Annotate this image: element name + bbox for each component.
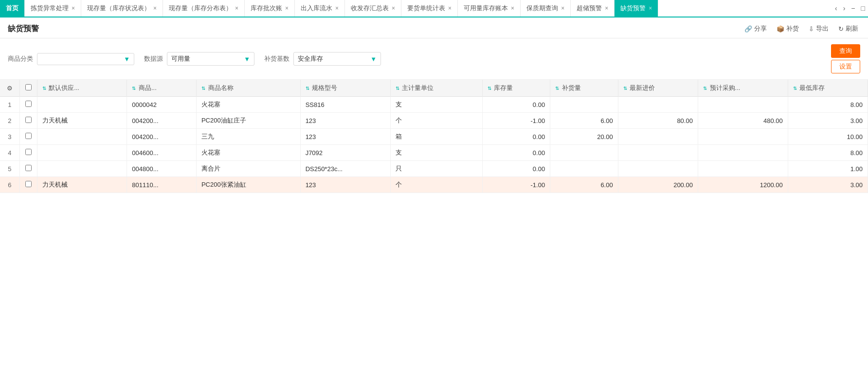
row-name: 离合片 [196, 161, 300, 177]
gear-icon[interactable]: ⚙ [7, 85, 13, 92]
row-name: 火花塞 [196, 97, 300, 113]
table-row[interactable]: 5 004800... 离合片 DS250*23c... 只 0.00 1.00 [0, 161, 868, 177]
row-num: 5 [0, 161, 19, 177]
row-checkbox-cell[interactable] [19, 177, 37, 193]
category-filter-group: 商品分类 ▼ [8, 53, 134, 65]
query-button[interactable]: 查询 [831, 44, 860, 58]
table-row[interactable]: 2 力天机械 004200... PC200油缸庄子 123 个 -1.00 6… [0, 113, 868, 129]
col-unit[interactable]: ⇅ 主计量单位 [390, 80, 482, 97]
export-icon: ⇩ [809, 25, 814, 33]
restock-button[interactable]: 📦 补货 [775, 23, 801, 34]
restockbase-value: 安全库存 [298, 54, 323, 63]
table-row[interactable]: 6 力天机械 801110... PC200张紧油缸 123 个 -1.00 6… [0, 177, 868, 193]
row-checkbox-cell[interactable] [19, 97, 37, 113]
row-checkbox[interactable] [25, 117, 32, 123]
row-code: 801110... [127, 177, 197, 193]
row-unit: 支 [390, 145, 482, 161]
row-checkbox-cell[interactable] [19, 129, 37, 145]
row-unit: 只 [390, 161, 482, 177]
row-checkbox[interactable] [25, 165, 32, 171]
tab-expiry[interactable]: 保质期查询 × [521, 0, 571, 17]
row-num: 1 [0, 97, 19, 113]
settings-button[interactable]: 设置 [831, 60, 860, 73]
tab-overstock-label: 超储预警 [577, 4, 602, 13]
col-min-stock[interactable]: ⇅ 最低库存 [788, 80, 868, 97]
tab-expiry-close[interactable]: × [561, 5, 564, 12]
row-restock: 6.00 [550, 113, 618, 129]
select-all-checkbox[interactable] [25, 84, 32, 90]
tab-avail-ledger[interactable]: 可用量库存账本 × [458, 0, 521, 17]
row-latest-price [618, 161, 698, 177]
row-checkbox[interactable] [25, 149, 32, 155]
restockbase-select[interactable]: 安全库存 ▼ [293, 52, 381, 66]
tab-order-stat[interactable]: 要货单统计表 × [401, 0, 458, 17]
table-row[interactable]: 3 004200... 三九 123 箱 0.00 20.00 10.00 [0, 129, 868, 145]
datasource-select[interactable]: 可用量 ▼ [167, 52, 254, 66]
category-arrow-icon: ▼ [124, 55, 130, 63]
tab-refine[interactable]: 拣货异常处理 × [25, 0, 81, 17]
tab-overstock[interactable]: 超储预警 × [571, 0, 615, 17]
col-supplier[interactable]: ⇅ 默认供应... [37, 80, 127, 97]
col-spec[interactable]: ⇅ 规格型号 [300, 80, 390, 97]
tab-avail-ledger-close[interactable]: × [511, 5, 514, 12]
tab-batch[interactable]: 库存批次账 × [245, 0, 295, 17]
share-button[interactable]: 🔗 分享 [742, 23, 769, 34]
tab-shortage-close[interactable]: × [649, 5, 652, 12]
row-min-stock: 10.00 [788, 129, 868, 145]
tab-batch-close[interactable]: × [285, 5, 289, 12]
restockbase-arrow-icon: ▼ [370, 55, 377, 63]
tab-shortage[interactable]: 缺货预警 × [615, 0, 658, 17]
col-gear[interactable]: ⚙ [0, 80, 19, 97]
refresh-button[interactable]: ↻ 刷新 [836, 23, 860, 34]
tab-shortage-label: 缺货预警 [620, 4, 646, 13]
col-restock[interactable]: ⇅ 补货量 [550, 80, 618, 97]
tab-collect-summary[interactable]: 收发存汇总表 × [345, 0, 401, 17]
tab-overstock-close[interactable]: × [605, 5, 608, 12]
tab-inout-flow-close[interactable]: × [335, 5, 339, 12]
col-name[interactable]: ⇅ 商品名称 [196, 80, 300, 97]
table-row[interactable]: 1 0000042 火花塞 SS816 支 0.00 8.00 [0, 97, 868, 113]
row-checkbox[interactable] [25, 133, 32, 139]
row-checkbox-cell[interactable] [19, 161, 37, 177]
restockbase-filter-group: 补货基数 安全库存 ▼ [264, 52, 381, 66]
tab-inventory-status[interactable]: 现存量（库存状况表） × [81, 0, 163, 17]
row-checkbox-cell[interactable] [19, 113, 37, 129]
row-latest-price [618, 97, 698, 113]
tab-refine-close[interactable]: × [72, 5, 75, 12]
nav-next-button[interactable]: › [840, 2, 849, 14]
row-unit: 支 [390, 97, 482, 113]
row-checkbox[interactable] [25, 181, 32, 187]
col-stock[interactable]: ⇅ 库存量 [482, 80, 550, 97]
row-supplier: 力天机械 [37, 113, 127, 129]
row-supplier [37, 145, 127, 161]
tab-inout-flow[interactable]: 出入库流水 × [295, 0, 345, 17]
table-row[interactable]: 4 004600... 火花塞 J7092 支 0.00 8.00 [0, 145, 868, 161]
row-latest-price: 80.00 [618, 113, 698, 129]
col-latest-price[interactable]: ⇅ 最新进价 [618, 80, 698, 97]
row-checkbox[interactable] [25, 101, 32, 107]
export-label: 导出 [816, 24, 829, 33]
row-name: PC200张紧油缸 [196, 177, 300, 193]
row-spec: 123 [300, 113, 390, 129]
nav-prev-button[interactable]: ‹ [832, 2, 840, 14]
restock-label: 补货 [786, 24, 799, 33]
tab-order-stat-close[interactable]: × [448, 5, 452, 12]
category-select[interactable]: ▼ [37, 53, 134, 65]
tab-inventory-dist[interactable]: 现存量（库存分布表） × [163, 0, 245, 17]
row-checkbox-cell[interactable] [19, 145, 37, 161]
spec-sort-icon: ⇅ [306, 86, 309, 91]
col-code[interactable]: ⇅ 商品... [127, 80, 197, 97]
top-nav: 首页 拣货异常处理 × 现存量（库存状况表） × 现存量（库存分布表） × 库存… [0, 0, 868, 18]
col-est-purchase[interactable]: ⇅ 预计采购... [698, 80, 788, 97]
tab-inventory-dist-close[interactable]: × [235, 5, 238, 12]
tab-collect-summary-close[interactable]: × [392, 5, 395, 12]
col-code-label: 商品... [139, 84, 157, 91]
tab-inventory-status-close[interactable]: × [153, 5, 157, 12]
row-supplier [37, 129, 127, 145]
tab-home[interactable]: 首页 [0, 0, 25, 17]
row-num: 6 [0, 177, 19, 193]
nav-minimize-button[interactable]: − [848, 2, 858, 14]
header-actions: 🔗 分享 📦 补货 ⇩ 导出 ↻ 刷新 [742, 23, 860, 34]
nav-maximize-button[interactable]: □ [858, 2, 868, 14]
export-button[interactable]: ⇩ 导出 [807, 23, 831, 34]
